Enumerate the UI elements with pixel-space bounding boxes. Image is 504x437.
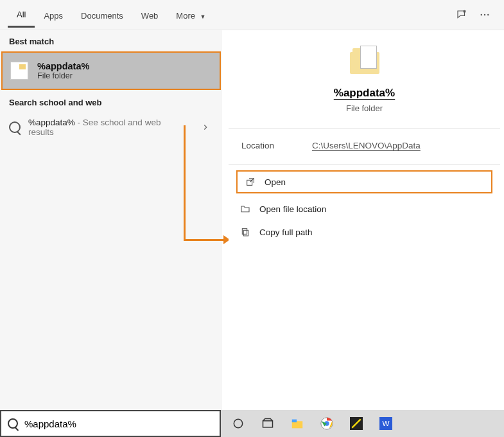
- result-preview-pane: %appdata% File folder Location C:\Users\…: [229, 37, 500, 410]
- chevron-down-icon: ▼: [200, 13, 206, 20]
- filter-tab-web[interactable]: Web: [132, 3, 168, 27]
- action-copy-path-label: Copy full path: [259, 227, 313, 237]
- annotation-arrow: [184, 239, 225, 241]
- taskbar: W: [221, 410, 504, 437]
- action-open-location[interactable]: Open file location: [232, 197, 496, 220]
- preview-header: %appdata% File folder: [229, 37, 500, 129]
- feedback-icon[interactable]: [450, 3, 473, 26]
- file-explorer-icon[interactable]: [289, 415, 306, 432]
- best-match-subtitle: File folder: [37, 71, 89, 80]
- search-filter-bar: All Apps Documents Web More ▼: [0, 0, 504, 30]
- search-box[interactable]: [0, 410, 221, 437]
- web-result-term: %appdata%: [28, 118, 75, 127]
- search-icon: [9, 121, 21, 133]
- folder-icon: [10, 62, 28, 80]
- preview-subtitle: File folder: [346, 103, 383, 113]
- search-icon: [8, 418, 18, 429]
- filter-more-label: More: [176, 11, 195, 21]
- svg-rect-8: [263, 421, 273, 427]
- action-copy-path[interactable]: Copy full path: [232, 220, 496, 244]
- svg-point-1: [481, 14, 482, 15]
- web-search-result[interactable]: %appdata% - See school and web results: [0, 112, 222, 142]
- app-icon[interactable]: [348, 415, 365, 432]
- svg-point-7: [234, 419, 242, 427]
- annotation-arrow: [184, 125, 186, 241]
- cortana-icon[interactable]: [230, 415, 247, 432]
- svg-rect-10: [292, 420, 297, 423]
- svg-text:W: W: [382, 419, 389, 427]
- preview-title[interactable]: %appdata%: [334, 87, 395, 100]
- action-open-location-label: Open file location: [259, 204, 326, 214]
- app-icon[interactable]: W: [378, 415, 394, 432]
- svg-point-3: [487, 14, 489, 15]
- folder-large-icon: [350, 48, 379, 74]
- best-match-header: Best match: [0, 30, 222, 51]
- preview-location-row: Location C:\Users\LENOVO\AppData: [229, 129, 500, 165]
- folder-location-icon: [240, 204, 250, 214]
- chrome-icon[interactable]: [318, 415, 335, 432]
- preview-actions: Open Open file location Copy full path: [229, 165, 500, 249]
- svg-rect-5: [243, 230, 248, 236]
- expand-result-button[interactable]: [195, 117, 216, 138]
- search-input[interactable]: [24, 418, 213, 429]
- best-match-result[interactable]: %appdata% File folder: [1, 51, 221, 90]
- more-options-icon[interactable]: [473, 3, 496, 26]
- search-results-split: Best match %appdata% File folder Search …: [0, 30, 504, 410]
- location-link[interactable]: C:\Users\LENOVO\AppData: [312, 141, 421, 150]
- web-result-text: %appdata% - See school and web results: [28, 118, 176, 137]
- action-open[interactable]: Open: [236, 170, 492, 193]
- task-view-icon[interactable]: [259, 415, 276, 432]
- best-match-title: %appdata%: [37, 61, 89, 71]
- action-open-label: Open: [265, 177, 286, 187]
- filter-tab-documents[interactable]: Documents: [72, 3, 132, 27]
- svg-rect-6: [242, 229, 247, 235]
- filter-tab-more[interactable]: More ▼: [167, 3, 214, 27]
- filter-tab-apps[interactable]: Apps: [35, 3, 72, 27]
- svg-point-2: [484, 14, 485, 15]
- results-left-pane: Best match %appdata% File folder Search …: [0, 30, 222, 410]
- copy-icon: [240, 227, 250, 237]
- filter-tab-all[interactable]: All: [8, 2, 35, 28]
- location-label: Location: [241, 141, 312, 150]
- open-icon: [245, 177, 256, 187]
- search-web-header: Search school and web: [0, 91, 222, 112]
- bottom-bar: W: [0, 410, 504, 437]
